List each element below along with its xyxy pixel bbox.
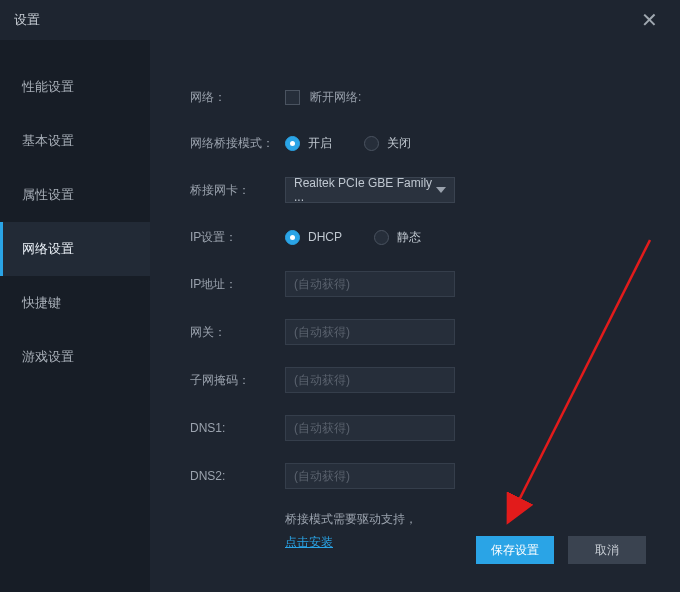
cancel-button[interactable]: 取消 <box>568 536 646 564</box>
bridge-mode-label: 网络桥接模式： <box>190 135 285 152</box>
chevron-down-icon <box>436 187 446 193</box>
dhcp-label: DHCP <box>308 230 342 244</box>
bridge-off-label: 关闭 <box>387 135 411 152</box>
sidebar-item-basic[interactable]: 基本设置 <box>0 114 150 168</box>
dns2-label: DNS2: <box>190 469 285 483</box>
sidebar-item-game[interactable]: 游戏设置 <box>0 330 150 384</box>
sidebar-item-network[interactable]: 网络设置 <box>0 222 150 276</box>
close-icon[interactable]: ✕ <box>633 4 666 36</box>
save-button[interactable]: 保存设置 <box>476 536 554 564</box>
mask-label: 子网掩码： <box>190 372 285 389</box>
nic-label: 桥接网卡： <box>190 182 285 199</box>
sidebar: 性能设置 基本设置 属性设置 网络设置 快捷键 游戏设置 <box>0 40 150 592</box>
bridge-on-radio[interactable] <box>285 136 300 151</box>
disconnect-label: 断开网络: <box>310 89 361 106</box>
gateway-label: 网关： <box>190 324 285 341</box>
dns2-input[interactable] <box>285 463 455 489</box>
nic-value: Realtek PCIe GBE Family ... <box>294 176 436 204</box>
sidebar-item-performance[interactable]: 性能设置 <box>0 60 150 114</box>
ipmode-label: IP设置： <box>190 229 285 246</box>
static-label: 静态 <box>397 229 421 246</box>
ip-label: IP地址： <box>190 276 285 293</box>
ip-input[interactable] <box>285 271 455 297</box>
gateway-input[interactable] <box>285 319 455 345</box>
bridge-hint: 桥接模式需要驱动支持， <box>285 511 640 528</box>
bridge-on-label: 开启 <box>308 135 332 152</box>
dns1-label: DNS1: <box>190 421 285 435</box>
mask-input[interactable] <box>285 367 455 393</box>
nic-select[interactable]: Realtek PCIe GBE Family ... <box>285 177 455 203</box>
network-label: 网络： <box>190 89 285 106</box>
sidebar-item-properties[interactable]: 属性设置 <box>0 168 150 222</box>
window-title: 设置 <box>14 11 40 29</box>
annotation-arrow <box>150 40 680 592</box>
sidebar-item-shortcuts[interactable]: 快捷键 <box>0 276 150 330</box>
dhcp-radio[interactable] <box>285 230 300 245</box>
bridge-off-radio[interactable] <box>364 136 379 151</box>
disconnect-checkbox[interactable] <box>285 90 300 105</box>
dns1-input[interactable] <box>285 415 455 441</box>
content-pane: 网络： 断开网络: 网络桥接模式： 开启 关闭 桥接网卡： Realtek PC… <box>150 40 680 592</box>
static-radio[interactable] <box>374 230 389 245</box>
